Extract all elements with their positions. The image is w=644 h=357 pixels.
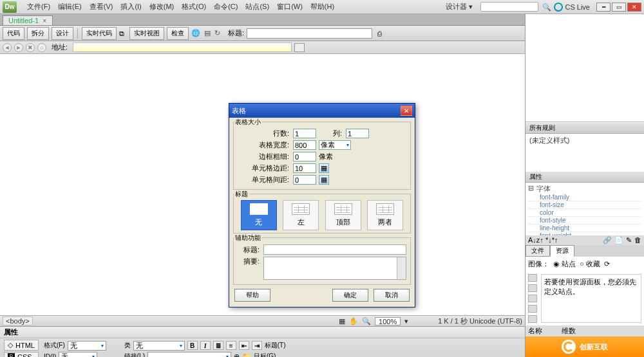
search-input[interactable] [480, 2, 538, 12]
view-split-button[interactable]: 拆分 [27, 27, 49, 40]
assets-tab[interactable]: 资源 [550, 245, 574, 257]
cellspacing-icon[interactable]: ▦ [319, 175, 329, 185]
sort-toggle[interactable]: A↓z↑ *↓*↑ [528, 236, 558, 244]
cellpadding-input[interactable] [293, 163, 316, 173]
cols-input[interactable] [346, 129, 369, 138]
nav-back-icon[interactable]: ◄ [3, 43, 12, 52]
all-rules-header[interactable]: 所有规则 [526, 122, 644, 134]
header-top-option[interactable]: 顶部 [325, 200, 361, 230]
menu-view[interactable]: 查看(V) [90, 2, 113, 12]
close-button[interactable]: ✕ [627, 3, 641, 12]
globe-icon[interactable]: 🌐 [191, 29, 200, 37]
page-title-input[interactable] [247, 28, 372, 39]
options-icon[interactable]: ▤ [204, 29, 211, 37]
new-rule-icon[interactable]: 📄 [614, 236, 623, 244]
menu-command[interactable]: 命令(C) [214, 2, 238, 12]
properties-html-tab[interactable]: ◇HTML [4, 340, 39, 351]
minimize-button[interactable]: ━ [596, 3, 611, 12]
view-design-button[interactable]: 设计 [52, 27, 73, 40]
css-prop-item[interactable]: line-height [528, 224, 641, 232]
asset-colors-icon[interactable] [528, 284, 537, 292]
italic-button[interactable]: I [200, 341, 211, 350]
menu-insert[interactable]: 插入(I) [120, 2, 141, 12]
dialog-close-button[interactable]: ✕ [401, 105, 412, 116]
cancel-button[interactable]: 取消 [374, 289, 410, 302]
ul-button[interactable]: ≣ [213, 341, 223, 350]
width-input[interactable] [293, 140, 316, 150]
inspect-button[interactable]: 检查 [167, 27, 189, 40]
document-tab[interactable]: Untitled-1 × [3, 15, 53, 25]
code-error-icon[interactable]: ⧉ [119, 30, 127, 37]
css-prop-item[interactable]: color [528, 209, 641, 217]
ok-button[interactable]: 确定 [332, 289, 368, 302]
ol-button[interactable]: ≡ [226, 341, 236, 350]
browse-file-icon[interactable]: 📁 [242, 352, 251, 358]
menu-edit[interactable]: 编辑(E) [58, 2, 82, 12]
files-tab[interactable]: 文件 [526, 245, 550, 257]
header-none-option[interactable]: 无 [241, 200, 277, 230]
menu-help[interactable]: 帮助(H) [310, 2, 334, 12]
dialog-titlebar[interactable]: 表格 ✕ [229, 104, 415, 118]
zoom-input[interactable]: 100% [375, 317, 401, 325]
refresh-icon[interactable]: ↻ [214, 29, 220, 37]
id-select[interactable]: 无 [59, 352, 97, 358]
menu-format[interactable]: 格式(O) [182, 2, 206, 12]
asset-images-icon[interactable] [528, 274, 537, 282]
file-management-icon[interactable]: ⎙ [377, 30, 385, 37]
zoom-tool-icon[interactable]: 🔍 [362, 317, 371, 325]
realtime-code-button[interactable]: 实时代码 [82, 27, 117, 40]
header-left-option[interactable]: 左 [283, 200, 319, 230]
css-prop-item[interactable]: font-style [528, 217, 641, 224]
cslive-button[interactable]: CS Live [554, 3, 590, 12]
hand-tool-icon[interactable]: ✋ [349, 317, 358, 325]
assets-fav-radio[interactable]: ○ 收藏 [580, 259, 600, 269]
point-to-file-icon[interactable]: ⊕ [234, 352, 240, 358]
bold-button[interactable]: B [187, 341, 198, 350]
menu-modify[interactable]: 修改(M) [149, 2, 175, 12]
expand-icon[interactable]: ⊟ [528, 184, 534, 194]
asset-media-icon[interactable] [528, 305, 537, 313]
search-icon[interactable]: 🔍 [542, 3, 550, 11]
col-name[interactable]: 名称 [528, 326, 542, 336]
rows-input[interactable] [293, 129, 316, 138]
nav-forward-icon[interactable]: ► [14, 43, 23, 52]
summary-textarea[interactable] [263, 257, 406, 280]
menu-window[interactable]: 窗口(W) [277, 2, 303, 12]
caption-input[interactable] [263, 244, 406, 255]
zoom-dropdown-icon[interactable]: ▾ [404, 317, 408, 325]
properties-css-tab[interactable]: 🅱CSS [4, 352, 39, 357]
address-input[interactable] [73, 42, 292, 52]
assets-site-radio[interactable]: ◉ 站点 [553, 259, 576, 269]
css-prop-item[interactable]: font-family [528, 194, 641, 201]
realtime-view-button[interactable]: 实时视图 [129, 27, 164, 40]
format-select[interactable]: 无 [68, 341, 106, 351]
asset-urls-icon[interactable] [528, 295, 537, 302]
cellspacing-input[interactable] [293, 175, 316, 185]
link-select[interactable] [147, 352, 231, 358]
border-input[interactable] [293, 152, 316, 161]
cellpadding-icon[interactable]: ▦ [319, 163, 329, 173]
menu-file[interactable]: 文件(F) [27, 2, 50, 12]
outdent-button[interactable]: ⇤ [239, 341, 249, 350]
col-dim[interactable]: 维数 [562, 326, 576, 336]
maximize-button[interactable]: ▭ [612, 3, 626, 12]
indent-button[interactable]: ⇥ [252, 341, 262, 350]
attach-style-icon[interactable]: 🔗 [603, 236, 612, 244]
tag-breadcrumb[interactable]: <body> [3, 316, 33, 325]
header-both-option[interactable]: 两者 [367, 200, 403, 230]
class-select[interactable]: 无 [133, 341, 185, 351]
edit-rule-icon[interactable]: ✎ [626, 236, 632, 244]
width-unit-select[interactable]: 像素 [319, 140, 351, 150]
css-properties-header[interactable]: 属性 [526, 171, 644, 183]
menu-site[interactable]: 站点(S) [245, 2, 269, 12]
workspace-switcher[interactable]: 设计器 ▾ [446, 2, 473, 12]
select-tool-icon[interactable]: ▦ [339, 317, 345, 325]
asset-scripts-icon[interactable] [528, 315, 537, 323]
delete-rule-icon[interactable]: 🗑 [634, 236, 641, 244]
textarea-scrollbar[interactable] [397, 257, 406, 279]
help-button[interactable]: 帮助 [234, 289, 270, 302]
nav-home-icon[interactable]: ⌂ [37, 43, 46, 52]
close-tab-icon[interactable]: × [43, 17, 46, 24]
nav-stop-icon[interactable]: ✖ [26, 43, 35, 52]
address-go-icon[interactable] [294, 43, 305, 52]
